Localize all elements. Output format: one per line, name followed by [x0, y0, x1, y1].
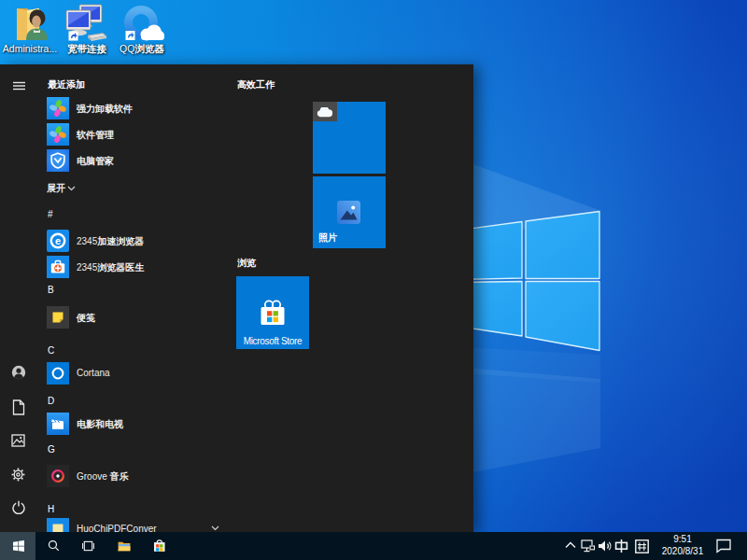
- svg-text:e: e: [55, 235, 61, 246]
